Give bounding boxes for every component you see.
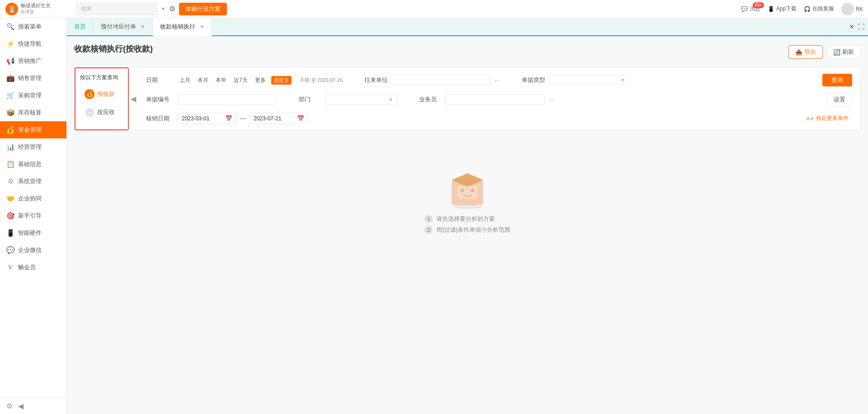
filter-left-title: 按以下方案查询: [80, 74, 123, 81]
tab-prepay-close-icon[interactable]: ✕: [141, 24, 145, 30]
department-label: 部门: [299, 95, 322, 104]
empty-hint-2: 2 用[过滤]条件来缩小分析范围: [425, 226, 510, 234]
department-select[interactable]: ▼: [325, 95, 397, 105]
date-label: 日期: [146, 76, 170, 84]
date-this-month[interactable]: 本月: [196, 76, 210, 85]
hint-num-1: 1: [425, 215, 433, 223]
operations-icon: 📊: [6, 143, 14, 151]
online-service-btn[interactable]: 🎧 在线客服: [804, 5, 834, 13]
staff-dots-icon[interactable]: ···: [549, 96, 555, 103]
counterparty-input[interactable]: [391, 75, 490, 86]
sidebar-item-member[interactable]: V 畅会员: [0, 259, 66, 276]
online-service-label: 在线客服: [812, 5, 834, 13]
sidebar-item-label: 经营管理: [18, 143, 42, 151]
sidebar-item-system[interactable]: ⚙ 系统管理: [0, 173, 66, 190]
app-download-label: App下载: [776, 5, 797, 13]
verify-date-range: 2023-03-01 📅 — 2023-07-21 📅: [178, 113, 308, 124]
date-custom[interactable]: 自定义: [271, 76, 292, 85]
message-badge: 99+: [753, 2, 764, 8]
sidebar-settings-icon[interactable]: ⚙: [6, 402, 13, 410]
date-this-year[interactable]: 本年: [214, 76, 228, 85]
tab-receipt-close-icon[interactable]: ✕: [200, 24, 204, 30]
refresh-btn[interactable]: 🔄 刷新: [826, 45, 861, 59]
verify-date-label: 核销日期: [146, 114, 170, 123]
filter-collapse-left-btn[interactable]: ◀: [129, 67, 138, 130]
tab-receipt-verify[interactable]: 收款核销执行 ✕: [153, 18, 212, 36]
svg-point-3: [461, 189, 464, 192]
sidebar-item-label: 企业协同: [18, 195, 42, 203]
sidebar-collapse-icon[interactable]: ◀: [18, 402, 24, 410]
svg-point-5: [453, 205, 482, 209]
filter-receivable-icon: 🕐: [85, 107, 94, 117]
sidebar-item-search-menu[interactable]: 🔍 搜索菜单: [0, 18, 66, 35]
tab-close-all-icon[interactable]: ✕: [849, 23, 854, 30]
export-icon: 📤: [795, 49, 802, 56]
message-icon: 💬: [741, 6, 748, 12]
empty-hint-list: 1 请先选择要分析的方案 2 用[过滤]条件来缩小分析范围: [425, 215, 510, 234]
dropdown-arrow-icon[interactable]: ▼: [161, 6, 165, 11]
message-btn[interactable]: 💬 消息 99+: [741, 5, 760, 13]
sales-icon: 💼: [6, 74, 14, 82]
filter-receipt-icon: 💰: [85, 89, 94, 99]
settings-btn[interactable]: 设置: [827, 93, 852, 106]
sidebar-item-marketing[interactable]: 📢 营销推广: [0, 52, 66, 70]
sidebar-item-hardware[interactable]: 📱 智能硬件: [0, 224, 66, 242]
sidebar-item-sales[interactable]: 💼 销售管理: [0, 70, 66, 87]
voucher-no-input[interactable]: [178, 94, 277, 105]
tab-fullscreen-icon[interactable]: ⛶: [858, 23, 864, 30]
sidebar-item-basic-info[interactable]: 📋 基础信息: [0, 156, 66, 173]
app-icon: 📱: [768, 6, 774, 12]
empty-illustration: [440, 164, 495, 209]
app-download-btn[interactable]: 📱 App下载: [768, 5, 797, 13]
voucher-type-select[interactable]: ▼: [548, 75, 629, 85]
export-btn[interactable]: 📤 导出: [788, 45, 823, 59]
basic-info-icon: 📋: [6, 160, 14, 168]
counterparty-label: 往来单位: [364, 76, 388, 84]
sidebar-item-quick-nav[interactable]: ⚡ 快捷导航: [0, 35, 66, 52]
sidebar-item-label: 基础信息: [18, 160, 42, 168]
filter-by-receipt[interactable]: 💰 按收款: [80, 87, 123, 101]
sidebar-item-inventory[interactable]: 📦 库存核算: [0, 104, 66, 121]
tab-home-label: 首页: [74, 23, 86, 31]
sidebar-item-enterprise[interactable]: 🤝 企业协同: [0, 190, 66, 207]
staff-input[interactable]: [445, 94, 545, 105]
sidebar: 🔍 搜索菜单 ⚡ 快捷导航 📢 营销推广 💼 销售管理 🛒 采购管理 📦 库存核…: [0, 18, 67, 414]
sidebar-item-label: 系统管理: [18, 177, 42, 186]
verify-date-end-input[interactable]: 2023-07-21 📅: [250, 113, 308, 124]
counterparty-dots-icon[interactable]: ···: [495, 76, 500, 84]
tab-receipt-label: 收款核销执行: [160, 23, 195, 31]
filter-by-receivable[interactable]: 🕐 按应收: [80, 105, 123, 119]
industry-btn[interactable]: 体验行业方案: [179, 3, 227, 15]
sidebar-item-wechat[interactable]: 💬 企业微信: [0, 242, 66, 259]
filter-row-3: 核销日期 2023-03-01 📅 — 2023-07-21 📅: [146, 113, 852, 124]
date-quick-select: 上月 本月 本年 近7天 更多 自定义: [178, 76, 292, 85]
cal-end-icon: 📅: [297, 115, 304, 122]
sidebar-item-operations[interactable]: 📊 经营管理: [0, 138, 66, 156]
user-info[interactable]: Rit: [841, 3, 863, 15]
verify-date-start-input[interactable]: 2023-03-01 📅: [178, 113, 236, 124]
collapse-more-btn[interactable]: ∧∧ 收起更多条件: [802, 113, 852, 124]
sidebar-item-guide[interactable]: 🎯 新手引导: [0, 207, 66, 224]
voucher-no-label: 单据编号: [146, 95, 170, 104]
member-icon: V: [6, 264, 14, 271]
query-btn[interactable]: 查询: [822, 74, 852, 86]
hint-num-2: 2: [425, 226, 433, 234]
sidebar-item-purchase[interactable]: 🛒 采购管理: [0, 87, 66, 104]
guide-icon: 🎯: [6, 212, 14, 220]
settings-icon[interactable]: ⚙: [169, 5, 175, 13]
date-last-7days[interactable]: 近7天: [232, 76, 250, 85]
verify-date-start-val: 2023-03-01: [182, 115, 209, 122]
page-title: 收款核销执行(按收款): [74, 43, 153, 54]
sidebar-item-finance[interactable]: 💰 资金管理: [0, 121, 66, 138]
tab-prepay[interactable]: 预付冲应付单 ✕: [94, 18, 153, 35]
svg-point-4: [471, 189, 474, 192]
date-more[interactable]: 更多: [253, 76, 268, 85]
tab-home[interactable]: 首页: [67, 18, 94, 35]
topbar-right: 💬 消息 99+ 📱 App下载 🎧 在线客服 Rit: [741, 3, 863, 15]
date-last-month[interactable]: 上月: [178, 76, 192, 85]
search-box[interactable]: 搜索: [76, 3, 157, 15]
staff-field: 业务员 ···: [419, 94, 555, 105]
filter-receipt-label: 按收款: [97, 90, 115, 98]
sidebar-bottom: ⚙ ◀: [0, 398, 66, 414]
department-field: 部门 ▼: [299, 95, 397, 105]
